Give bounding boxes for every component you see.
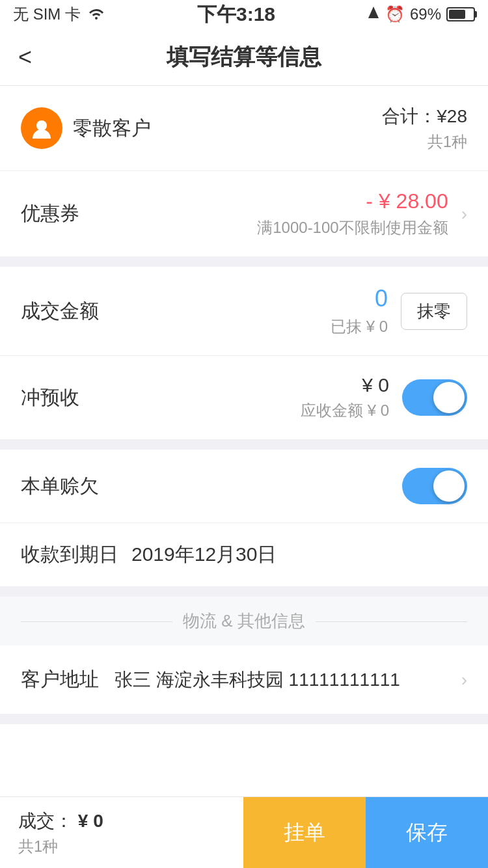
prepay-label: 冲预收 [21,385,79,411]
carrier-label: 无 SIM 卡 [13,4,81,25]
coupon-info: - ¥ 28.00 满1000-100不限制使用金额 [257,189,448,238]
svg-point-0 [36,120,47,131]
customer-count: 共1种 [382,131,467,152]
toggle-knob [433,382,465,413]
status-time: 下午3:18 [197,1,275,28]
credit-toggle[interactable] [402,468,467,504]
due-date-label: 收款到期日 [21,541,118,568]
coupon-discount: - ¥ 28.00 [257,189,448,213]
logistics-label: 物流 & 其他信息 [172,610,316,632]
customer-total: 合计：¥28 [382,104,467,129]
logistics-header: 物流 & 其他信息 [0,597,488,645]
summary-amount: ¥ 0 [78,811,103,831]
coupon-row[interactable]: 优惠券 - ¥ 28.00 满1000-100不限制使用金额 › [0,170,488,256]
wifi-icon [87,5,105,23]
status-bar: 无 SIM 卡 下午3:18 ⏰ 69% [0,0,488,29]
status-right: ⏰ 69% [367,5,475,23]
credit-section: 本单赊欠 收款到期日 2019年12月30日 [0,450,488,586]
avatar [21,107,62,149]
logistics-section: 物流 & 其他信息 客户地址 张三 海淀永丰科技园 11111111111 › [0,597,488,714]
deal-right: 0 已抹 ¥ 0 抹零 [331,285,467,337]
status-left: 无 SIM 卡 [13,4,105,25]
hold-button[interactable]: 挂单 [243,797,366,868]
credit-row: 本单赊欠 [0,450,488,522]
address-value: 张三 海淀永丰科技园 11111111111 [115,668,446,692]
deal-subtext: 已抹 ¥ 0 [331,316,388,337]
customer-section: 零散客户 合计：¥28 共1种 优惠券 - ¥ 28.00 满1000-100不… [0,86,488,256]
prepay-toggle[interactable] [402,379,467,416]
address-chevron-icon: › [461,670,467,690]
deal-value-wrap: 0 已抹 ¥ 0 [331,285,388,337]
round-off-button[interactable]: 抹零 [401,293,467,330]
address-row[interactable]: 客户地址 张三 海淀永丰科技园 11111111111 › [0,645,488,714]
nav-bar: < 填写结算等信息 [0,29,488,86]
deal-row: 成交金额 0 已抹 ¥ 0 抹零 [0,267,488,355]
due-date-row: 收款到期日 2019年12月30日 [0,522,488,586]
credit-label: 本单赊欠 [21,473,99,500]
coupon-subtext: 满1000-100不限制使用金额 [257,217,448,238]
save-button[interactable]: 保存 [366,797,488,868]
due-date-value: 2019年12月30日 [131,541,277,568]
battery-bar [446,7,475,21]
deal-label: 成交金额 [21,298,99,325]
coupon-right: - ¥ 28.00 满1000-100不限制使用金额 › [257,189,467,238]
location-icon [367,5,380,23]
battery-fill [449,10,465,19]
deal-value: 0 [331,285,388,312]
customer-name: 零散客户 [73,115,151,142]
prepay-info: ¥ 0 应收金额 ¥ 0 [301,374,389,421]
bottom-bar: 成交： ¥ 0 共1种 挂单 保存 [0,796,488,868]
credit-toggle-knob [433,470,465,502]
prepay-right: ¥ 0 应收金额 ¥ 0 [301,374,467,421]
battery-percent: 69% [410,5,441,23]
bottom-summary-line1: 成交： ¥ 0 [18,809,225,834]
coupon-chevron-icon: › [461,204,467,224]
alarm-icon: ⏰ [385,5,405,23]
summary-label: 成交： [18,811,73,831]
back-button[interactable]: < [18,44,32,71]
deal-section: 成交金额 0 已抹 ¥ 0 抹零 冲预收 ¥ 0 应收金额 ¥ 0 [0,267,488,439]
customer-right: 合计：¥28 共1种 [382,104,467,152]
prepay-value: ¥ 0 [301,374,389,396]
customer-left: 零散客户 [21,107,151,149]
address-label: 客户地址 [21,666,99,693]
prepay-subtext: 应收金额 ¥ 0 [301,400,389,421]
page-title: 填写结算等信息 [167,42,321,72]
bottom-summary-count: 共1种 [18,836,225,857]
bottom-summary: 成交： ¥ 0 共1种 [0,797,243,868]
coupon-label: 优惠券 [21,200,79,227]
customer-row: 零散客户 合计：¥28 共1种 [0,86,488,170]
prepay-row: 冲预收 ¥ 0 应收金额 ¥ 0 [0,355,488,439]
